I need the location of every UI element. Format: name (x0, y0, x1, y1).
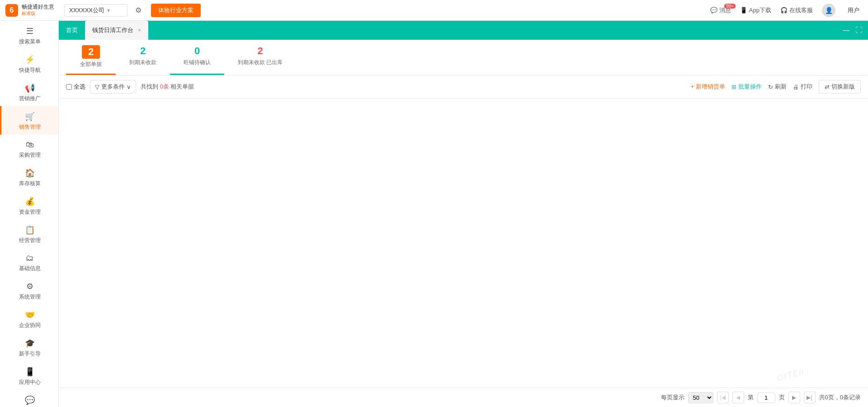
sidebar-item-quicknav[interactable]: ⚡ 快捷导航 (0, 49, 58, 78)
page-suffix: 页 (779, 393, 785, 402)
pagination: 每页显示 50 20 100 |◀ ◀ 第 页 ▶ ▶| 共0页，0条记录 (59, 388, 868, 407)
sidebar-item-sales[interactable]: 🛒 销售管理 (0, 106, 58, 135)
sidebar-item-wechat[interactable]: 💬 企业微信 (0, 390, 58, 407)
message-badge: 99+ (724, 4, 736, 9)
guide-icon: 🎓 (25, 338, 35, 348)
select-all-label: 全选 (74, 83, 85, 91)
tab-close-icon[interactable]: × (138, 27, 141, 33)
tab-home[interactable]: 首页 (59, 21, 85, 40)
switch-icon: ⇄ (825, 84, 830, 90)
system-icon: ⚙ (26, 281, 33, 291)
stats-count-wangpu: 0 (194, 45, 200, 57)
sidebar-item-purchase[interactable]: 🛍 采购管理 (0, 135, 58, 163)
more-filter-btn[interactable]: ▽ 更多条件 ∨ (90, 80, 136, 94)
sales-icon: 🛒 (25, 112, 35, 122)
toolbar-left: 全选 ▽ 更多条件 ∨ 共找到 0条 相关单据 (66, 80, 194, 94)
sidebar-item-inventory[interactable]: 🏠 库存核算 (0, 163, 58, 191)
stats-tab-shipped[interactable]: 2 到期未收款 已出库 (224, 40, 296, 75)
stats-tab-overdue[interactable]: 2 到期未收款 (116, 40, 170, 75)
sidebar-item-system[interactable]: ⚙ 系统管理 (0, 276, 58, 304)
select-all-input[interactable] (66, 84, 72, 90)
user-name: 用户 (844, 4, 863, 17)
sidebar-item-enterprise[interactable]: 🤝 企业协同 (0, 304, 58, 333)
appstore-icon: 📱 (25, 367, 35, 377)
avatar[interactable]: 👤 (822, 4, 835, 17)
enterprise-icon: 🤝 (25, 310, 35, 320)
wechat-icon: 💬 (25, 395, 35, 405)
settings-icon[interactable]: ⚙ (131, 3, 146, 18)
toolbar-right: + 新增销货单 ⊞ 批量操作 ↻ 刷新 🖨 打印 ⇄ (691, 80, 861, 94)
tab-maximize-btn[interactable]: ⛶ (854, 24, 864, 36)
per-page-label: 每页显示 (661, 393, 684, 402)
switch-version-btn[interactable]: ⇄ 切换新版 (819, 80, 861, 94)
page-label: 第 (748, 393, 754, 402)
tab-minimize-btn[interactable]: — (841, 24, 852, 36)
prev-page-btn[interactable]: ◀ (732, 392, 744, 403)
tab-workbench[interactable]: 钱货日清工作台 × (85, 21, 148, 40)
first-page-btn[interactable]: |◀ (717, 392, 729, 403)
purchase-icon: 🛍 (26, 140, 34, 150)
next-page-btn[interactable]: ▶ (788, 392, 800, 403)
total-records: 共0页，0条记录 (819, 393, 861, 402)
page-body: 2 全部单据 2 到期未收款 0 旺铺待确认 2 到期未收款 已出库 (59, 40, 868, 407)
main-content: 首页 钱货日清工作台 × — ⛶ 2 全部单据 2 到期未收款 (59, 21, 868, 407)
online-service-btn[interactable]: 🎧 在线客服 (780, 6, 813, 14)
top-bar: 6 畅捷通好生意 标准版 XXXXXX公司 ▾ ⚙ 体验行业方案 💬 消息 99… (0, 0, 868, 21)
stats-count-overdue: 2 (140, 45, 146, 57)
quicknav-icon: ⚡ (25, 55, 35, 65)
sidebar-item-operations[interactable]: 📋 经营管理 (0, 220, 58, 248)
sidebar-item-appstore[interactable]: 📱 应用中心 (0, 361, 58, 390)
page-input[interactable] (757, 393, 775, 403)
tab-bar-actions: — ⛶ (841, 24, 868, 36)
tab-bar: 首页 钱货日清工作台 × — ⛶ (59, 21, 868, 40)
stats-tab-all[interactable]: 2 全部单据 (66, 40, 116, 75)
app-download-btn[interactable]: 📱 App下载 (740, 6, 771, 14)
sidebar-item-search[interactable]: ☰ 搜索菜单 (0, 21, 58, 49)
chevron-down-icon: ∨ (127, 84, 131, 90)
tab-workbench-label: 钱货日清工作台 (92, 26, 133, 34)
stats-tabs: 2 全部单据 2 到期未收款 0 旺铺待确认 2 到期未收款 已出库 (59, 40, 868, 75)
refresh-icon: ↻ (768, 84, 773, 90)
stats-count-all: 2 (82, 45, 100, 59)
stats-count-shipped: 2 (258, 45, 263, 57)
message-btn[interactable]: 💬 消息 99+ (710, 6, 731, 14)
top-bar-right: 💬 消息 99+ 📱 App下载 🎧 在线客服 👤 用户 (710, 4, 863, 17)
company-name: XXXXXX公司 (69, 6, 104, 14)
stats-label-overdue: 到期未收款 (129, 59, 156, 66)
finance-icon: 💰 (25, 196, 35, 206)
filter-label: 更多条件 (101, 83, 125, 91)
refresh-btn[interactable]: ↻ 刷新 (768, 83, 787, 91)
found-text: 共找到 0条 相关单据 (141, 83, 194, 91)
batch-icon: ⊞ (731, 84, 736, 90)
sidebar-item-finance[interactable]: 💰 资金管理 (0, 191, 58, 220)
marketing-icon: 📢 (25, 83, 35, 93)
new-order-btn[interactable]: + 新增销货单 (691, 83, 725, 91)
experience-btn[interactable]: 体验行业方案 (151, 4, 201, 17)
sidebar-item-basics[interactable]: 🗂 基础信息 (0, 248, 58, 276)
message-icon: 💬 (710, 7, 717, 14)
logo-icon: 6 (5, 4, 18, 17)
filter-icon: ▽ (95, 84, 99, 90)
select-all-checkbox[interactable]: 全选 (66, 83, 85, 91)
last-page-btn[interactable]: ▶| (804, 392, 816, 403)
sidebar: ☰ 搜索菜单 ⚡ 快捷导航 📢 营销推广 🛒 销售管理 🛍 采购管理 🏠 库存核… (0, 21, 59, 407)
stats-label-wangpu: 旺铺待确认 (184, 59, 211, 66)
print-btn[interactable]: 🖨 打印 (793, 83, 812, 91)
stats-tab-wangpu[interactable]: 0 旺铺待确认 (170, 40, 224, 75)
app-icon: 📱 (740, 7, 747, 14)
sidebar-item-guide[interactable]: 🎓 新手引导 (0, 333, 58, 361)
logo-text-block: 畅捷通好生意 标准版 (22, 4, 54, 17)
stats-label-shipped: 到期未收款 已出库 (238, 59, 283, 66)
batch-ops-btn[interactable]: ⊞ 批量操作 (731, 83, 762, 91)
sidebar-item-marketing[interactable]: 📢 营销推广 (0, 78, 58, 106)
layout: ☰ 搜索菜单 ⚡ 快捷导航 📢 营销推广 🛒 销售管理 🛍 采购管理 🏠 库存核… (0, 21, 868, 407)
per-page-select[interactable]: 50 20 100 (688, 392, 713, 403)
print-icon: 🖨 (793, 84, 799, 90)
logo: 6 畅捷通好生意 标准版 (5, 4, 64, 17)
company-selector[interactable]: XXXXXX公司 ▾ (64, 4, 127, 17)
chevron-down-icon: ▾ (107, 7, 110, 14)
stats-label-all: 全部单据 (80, 61, 102, 68)
search-menu-icon: ☰ (26, 26, 33, 36)
service-icon: 🎧 (780, 7, 788, 14)
inventory-icon: 🏠 (25, 168, 35, 178)
